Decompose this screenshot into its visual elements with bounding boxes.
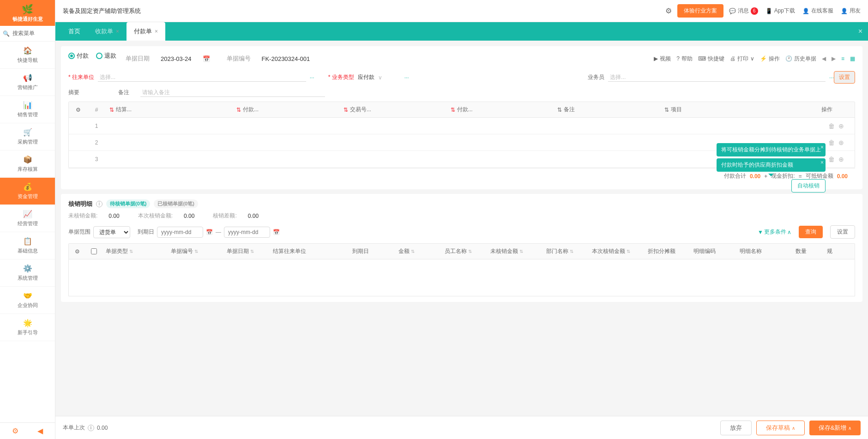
- sidebar-item-quick-nav-label: 快捷导航: [18, 57, 38, 64]
- save-draft-chevron: ∧: [792, 426, 795, 431]
- auto-reconcile-btn[interactable]: 自动核销: [791, 179, 826, 192]
- sidebar-item-operations[interactable]: 📈 经营管理: [0, 205, 55, 232]
- business-type-dots[interactable]: ···: [404, 74, 409, 81]
- query-btn[interactable]: 查询: [799, 226, 823, 238]
- filter-icon: ▼: [758, 229, 763, 235]
- sidebar-item-purchase[interactable]: 🛒 采购管理: [0, 123, 55, 150]
- save-draft-btn[interactable]: 保存草稿 ∧: [756, 421, 805, 435]
- row2-delete-btn[interactable]: 🗑: [828, 139, 835, 146]
- tab-payment[interactable]: 付款单 ×: [127, 22, 165, 41]
- history-label: 历史单据: [794, 55, 816, 63]
- sidebar-item-finance[interactable]: 💰 资金管理: [0, 178, 55, 205]
- sidebar-item-guide[interactable]: 🌟 新手引导: [0, 314, 55, 341]
- pending-badge[interactable]: 待核销单据(0笔): [106, 199, 150, 208]
- view-icon2[interactable]: ▦: [850, 55, 855, 62]
- video-btn[interactable]: ▶ 视频: [654, 55, 671, 63]
- dept-sort-icon: ⇅: [570, 249, 573, 254]
- col-settings-icon[interactable]: ⚙: [69, 107, 87, 113]
- tooltip-close-2[interactable]: ×: [820, 159, 824, 166]
- more-conditions-btn[interactable]: ▼ 更多条件 ∧: [758, 228, 791, 236]
- sidebar-search[interactable]: 🔍 搜索菜单: [0, 26, 55, 42]
- sidebar-item-sales[interactable]: 📊 销售管理: [0, 96, 55, 123]
- sidebar-item-enterprise[interactable]: 🤝 企业协同: [0, 287, 55, 314]
- remark-input[interactable]: [140, 88, 325, 97]
- sidebar-footer-btn-right[interactable]: ◀: [37, 427, 43, 435]
- sidebar-nav: 🏠 快捷导航 📢 营销推广 📊 销售管理 🛒 采购管理 📦 库存核算 💰: [0, 42, 55, 422]
- cur-value: 0.00: [184, 213, 194, 219]
- purchase-icon: 🛒: [23, 128, 32, 137]
- form-actions-right: ▶ 视频 ? 帮助 ⌨ 快捷键 🖨 打印: [654, 55, 855, 63]
- counterpart-field-group: 往来单位 ···: [68, 73, 314, 82]
- form-meta: 单据日期 2023-03-24 📅 单据编号 FK-20230324-001: [126, 54, 310, 63]
- message-btn[interactable]: 💬 消息 6: [729, 7, 758, 15]
- sidebar-item-basic-info[interactable]: 📋 基础信息: [0, 232, 55, 259]
- tab-receipt-close[interactable]: ×: [116, 28, 119, 35]
- row3-copy-btn[interactable]: ⊕: [838, 156, 844, 163]
- row1-delete-btn[interactable]: 🗑: [828, 122, 835, 130]
- app-download-btn[interactable]: 📱 App下载: [766, 7, 795, 15]
- btcol-dept: 部门名称 ⇅: [542, 247, 589, 255]
- pay-radio[interactable]: 付款: [68, 52, 89, 60]
- date-range-sep: —: [216, 229, 221, 235]
- btcol-settings[interactable]: ⚙: [69, 248, 85, 255]
- sidebar: 🌿 畅捷通好生意 🔍 搜索菜单 🏠 快捷导航 📢 营销推广 📊 销售管理 🛒 采…: [0, 0, 55, 439]
- shortcut-btn[interactable]: ⌨ 快捷键: [698, 55, 724, 63]
- sidebar-item-inventory[interactable]: 📦 库存核算: [0, 150, 55, 178]
- topbar-settings-icon[interactable]: ⚙: [665, 6, 672, 15]
- form-settings-btn[interactable]: 设置: [834, 71, 855, 84]
- footer-info-icon[interactable]: ℹ: [88, 425, 94, 431]
- staff-input[interactable]: [608, 73, 826, 82]
- tab-receipt[interactable]: 收款单 ×: [88, 22, 127, 41]
- trial-btn[interactable]: 体验行业方案: [677, 4, 723, 18]
- row1-copy-btn[interactable]: ⊕: [838, 122, 844, 130]
- btcol-check[interactable]: [85, 248, 102, 254]
- row2-copy-btn[interactable]: ⊕: [838, 139, 844, 146]
- tabbar-close-all[interactable]: ×: [858, 27, 862, 36]
- sidebar-item-marketing[interactable]: 📢 营销推广: [0, 69, 55, 96]
- help-btn[interactable]: ? 帮助: [676, 55, 693, 63]
- range-select[interactable]: 进货单: [93, 226, 130, 238]
- counterpart-input[interactable]: [98, 73, 306, 82]
- print-btn[interactable]: 🖨 打印 ∨: [730, 55, 754, 63]
- tooltip-close-1[interactable]: ×: [820, 144, 824, 150]
- calendar-from-icon[interactable]: 📅: [206, 229, 213, 235]
- history-icon: 🕐: [785, 55, 792, 62]
- business-type-chevron[interactable]: ∨: [378, 74, 382, 81]
- calendar-icon[interactable]: 📅: [203, 55, 210, 62]
- staff-dots[interactable]: ···: [829, 74, 834, 81]
- counterpart-label: 往来单位: [68, 73, 94, 81]
- sidebar-footer-btn-left[interactable]: ⚙: [12, 427, 18, 435]
- tab-payment-close[interactable]: ×: [155, 28, 158, 35]
- history-btn[interactable]: 🕐 历史单据: [785, 55, 816, 63]
- reconcile-settings-btn[interactable]: 设置: [830, 225, 855, 239]
- main-area: 装备及固定资产辅助管理系统 ⚙ 体验行业方案 💬 消息 6 📱 App下载 👤 …: [55, 0, 868, 439]
- user-btn[interactable]: 👤 用友: [841, 7, 861, 15]
- reconcile-info-icon[interactable]: i: [96, 201, 102, 207]
- sidebar-item-marketing-label: 营销推广: [18, 84, 38, 91]
- online-service-btn[interactable]: 👤 在线客服: [802, 7, 833, 15]
- calendar-to-icon[interactable]: 📅: [273, 229, 280, 235]
- duedate-to-input[interactable]: [224, 227, 270, 238]
- counterpart-dots[interactable]: ···: [310, 74, 314, 81]
- nav-next[interactable]: ▶: [832, 55, 836, 62]
- select-all-checkbox[interactable]: [91, 248, 97, 254]
- sidebar-item-system[interactable]: ⚙️ 系统管理: [0, 259, 55, 287]
- duedate-from-input[interactable]: [157, 227, 203, 238]
- btcol-detail-name: 明细名称: [736, 247, 792, 255]
- duedate-label: 到期日: [138, 228, 154, 236]
- refund-radio[interactable]: 退款: [96, 52, 116, 60]
- row3-delete-btn[interactable]: 🗑: [828, 156, 835, 163]
- save-new-btn[interactable]: 保存&新增 ∧: [809, 421, 861, 435]
- view-icon1[interactable]: ≡: [841, 55, 844, 62]
- ops-btn[interactable]: ⚡ 操作: [760, 55, 780, 63]
- done-badge[interactable]: 已核销单据(0笔): [154, 199, 198, 208]
- business-type-label: 业务类型: [328, 73, 354, 81]
- shortcut-icon: ⌨: [698, 55, 706, 62]
- business-type-field-group: 业务类型 应付款 ∨ ···: [328, 73, 574, 81]
- sidebar-item-quick-nav[interactable]: 🏠 快捷导航: [0, 42, 55, 69]
- btcol-unit: 结算往来单位: [269, 247, 349, 255]
- reconcile-card: 将可核销金额分摊到待核销的业务单据上 × 付款时给予的供应商折扣金额 × 自动核…: [61, 194, 862, 302]
- tab-home[interactable]: 首页: [61, 22, 88, 41]
- abandon-btn[interactable]: 放弃: [720, 421, 752, 435]
- nav-prev[interactable]: ◀: [822, 55, 826, 62]
